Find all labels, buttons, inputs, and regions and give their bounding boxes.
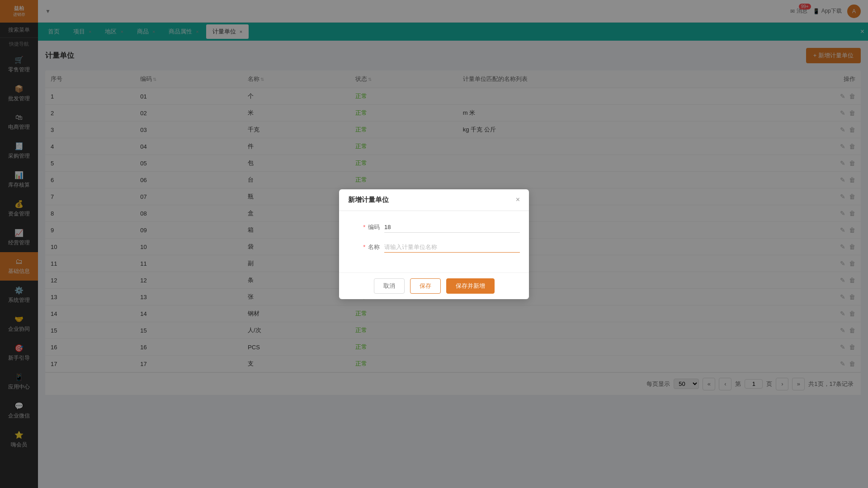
save-button[interactable]: 保存 [410, 278, 441, 294]
form-row-code: * 编码 [348, 222, 520, 233]
modal-title: 新增计量单位 [348, 196, 389, 204]
modal-overlay: 新增计量单位 × * 编码 * 名称 取消 保存 保存并新增 [0, 0, 868, 488]
code-label: * 编码 [348, 223, 380, 231]
add-unit-modal: 新增计量单位 × * 编码 * 名称 取消 保存 保存并新增 [339, 189, 529, 299]
cancel-button[interactable]: 取消 [374, 278, 405, 294]
name-label: * 名称 [348, 243, 380, 251]
name-input[interactable] [384, 242, 520, 253]
required-mark: * [363, 224, 365, 230]
modal-footer: 取消 保存 保存并新增 [339, 272, 529, 299]
save-and-new-button[interactable]: 保存并新增 [446, 278, 495, 294]
modal-close-button[interactable]: × [516, 196, 520, 204]
modal-header: 新增计量单位 × [339, 189, 529, 211]
code-input[interactable] [384, 222, 520, 233]
form-row-name: * 名称 [348, 242, 520, 253]
required-mark-name: * [363, 244, 365, 250]
modal-body: * 编码 * 名称 [339, 211, 529, 272]
